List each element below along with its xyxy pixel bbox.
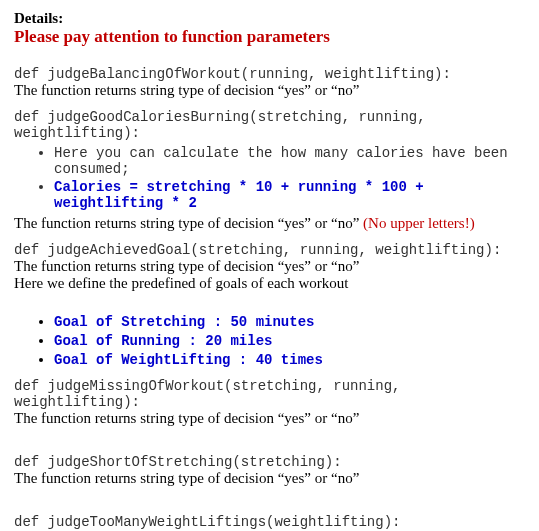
fn-missing-sig: def judgeMissingOfWorkout(stretching, ru… [14, 378, 525, 410]
fn-calories-formula: Calories = stretching * 10 + running * 1… [54, 179, 424, 211]
fn-balancing-sig: def judgeBalancingOfWorkout(running, wei… [14, 66, 525, 82]
fn-toomany-sig: def judgeTooManyWeightLiftings(weightlif… [14, 514, 525, 530]
fn-goal-desc2: Here we define the predefined of goals o… [14, 275, 525, 292]
fn-calories-desc: The function returns string type of deci… [14, 215, 525, 232]
fn-short-desc: The function returns string type of deci… [14, 470, 525, 487]
goal-weightlifting: Goal of WeightLifting : 40 times [54, 352, 323, 368]
fn-calories-li1: Here you can calculate the how many calo… [54, 145, 525, 177]
attention-heading: Please pay attention to function paramet… [14, 27, 525, 47]
goal-stretching: Goal of Stretching : 50 minutes [54, 314, 314, 330]
fn-short-sig: def judgeShortOfStretching(stretching): [14, 454, 525, 470]
details-heading: Details: [14, 10, 525, 27]
fn-missing-desc: The function returns string type of deci… [14, 410, 525, 427]
fn-calories-sig: def judgeGoodCaloriesBurning(stretching,… [14, 109, 525, 141]
fn-goal-desc: The function returns string type of deci… [14, 258, 525, 275]
fn-balancing-desc: The function returns string type of deci… [14, 82, 525, 99]
goal-running: Goal of Running : 20 miles [54, 333, 272, 349]
fn-goal-sig: def judgeAchievedGoal(stretching, runnin… [14, 242, 525, 258]
